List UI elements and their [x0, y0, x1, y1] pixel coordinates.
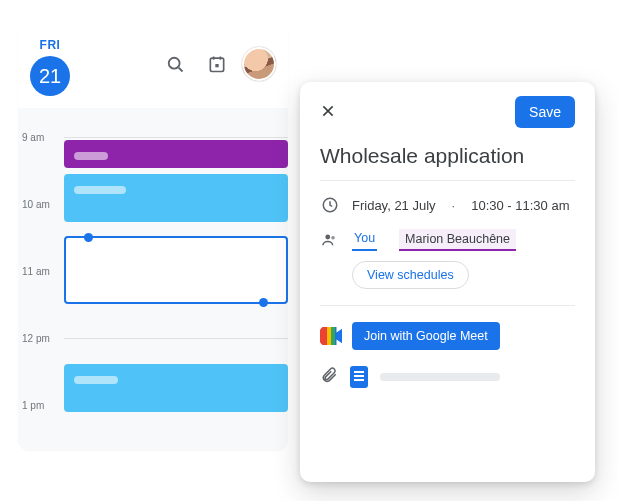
event-title-redacted — [74, 186, 126, 194]
join-meet-button[interactable]: Join with Google Meet — [352, 322, 500, 350]
guest-chip-marion[interactable]: Marion Beauchêne — [399, 229, 516, 251]
selection-handle-bottom[interactable] — [259, 298, 268, 307]
calendar-header: FRI 21 — [18, 20, 288, 108]
profile-avatar[interactable] — [242, 47, 276, 81]
search-icon — [165, 54, 185, 74]
svg-rect-5 — [215, 64, 218, 67]
divider — [320, 180, 575, 181]
divider — [320, 305, 575, 306]
people-icon — [320, 230, 340, 250]
time-label-1pm: 1 pm — [22, 400, 44, 411]
event-block-purple[interactable] — [64, 140, 288, 168]
view-schedules-button[interactable]: View schedules — [352, 261, 469, 289]
event-time-range: 10:30 - 11:30 am — [471, 198, 569, 213]
save-button[interactable]: Save — [515, 96, 575, 128]
guests-row[interactable]: You Marion Beauchêne — [320, 229, 575, 251]
search-button[interactable] — [158, 47, 192, 81]
event-detail-panel: Save Wholesale application Friday, 21 Ju… — [300, 82, 595, 482]
guest-chip-you[interactable]: You — [352, 229, 377, 251]
video-conference-row: Join with Google Meet — [320, 322, 575, 350]
detail-header: Save — [320, 96, 575, 128]
clock-icon — [320, 195, 340, 215]
time-label-9am: 9 am — [22, 132, 44, 143]
svg-point-10 — [331, 236, 335, 240]
day-of-week: FRI — [40, 38, 61, 52]
grid-line — [64, 338, 288, 339]
time-label-12pm: 12 pm — [22, 333, 50, 344]
new-event-selection[interactable] — [64, 236, 288, 304]
separator-dot: · — [452, 198, 456, 213]
today-button[interactable] — [200, 47, 234, 81]
close-icon — [320, 103, 336, 119]
event-date: Friday, 21 July — [352, 198, 436, 213]
calendar-today-icon — [207, 54, 227, 74]
grid-line — [64, 137, 288, 138]
google-doc-icon[interactable] — [350, 366, 368, 388]
time-label-11am: 11 am — [22, 266, 50, 277]
date-time-row[interactable]: Friday, 21 July · 10:30 - 11:30 am — [320, 195, 575, 215]
calendar-day-view: FRI 21 9 am 10 am 11 am 12 pm 1 pm — [18, 20, 288, 450]
google-meet-icon — [320, 327, 342, 345]
event-block-blue-1[interactable] — [64, 174, 288, 222]
event-title-input[interactable]: Wholesale application — [320, 144, 575, 168]
attachment-name-redacted — [380, 373, 500, 381]
event-title-redacted — [74, 376, 118, 384]
time-grid[interactable]: 9 am 10 am 11 am 12 pm 1 pm — [18, 108, 288, 450]
attachment-icon — [320, 366, 338, 388]
time-label-10am: 10 am — [22, 199, 50, 210]
close-button[interactable] — [320, 102, 336, 122]
svg-point-0 — [169, 58, 180, 69]
svg-point-9 — [325, 235, 330, 240]
selection-handle-top[interactable] — [84, 233, 93, 242]
event-title-redacted — [74, 152, 108, 160]
date-indicator[interactable]: FRI 21 — [30, 32, 70, 96]
day-number-badge: 21 — [30, 56, 70, 96]
attachment-row[interactable] — [320, 366, 575, 388]
svg-line-1 — [179, 68, 183, 72]
event-block-blue-2[interactable] — [64, 364, 288, 412]
